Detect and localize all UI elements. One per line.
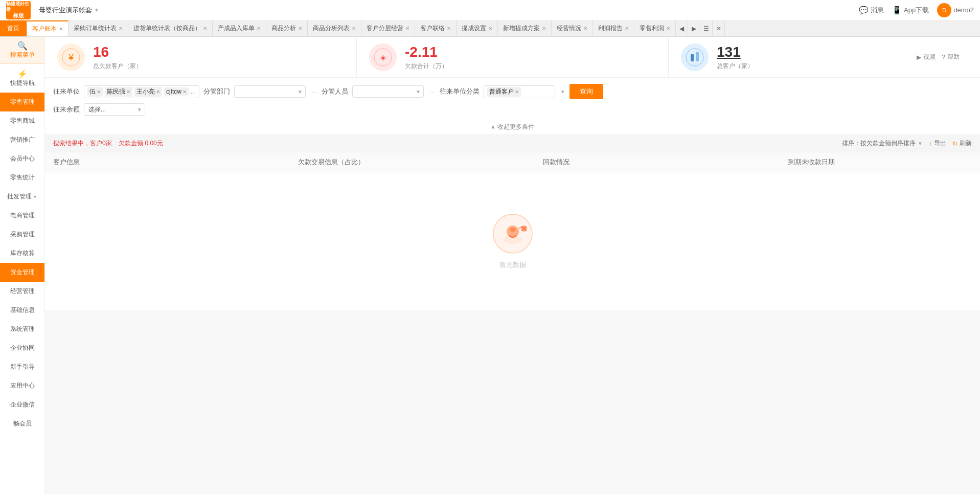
remove-tag-cjttcw[interactable]: ✕ bbox=[183, 89, 187, 95]
remove-tag-wu[interactable]: ✕ bbox=[97, 89, 101, 95]
tab-home[interactable]: 首页 bbox=[0, 20, 27, 37]
tab-menu-button[interactable]: ☰ bbox=[700, 20, 713, 37]
sidebar-item-operations-mgmt[interactable]: 经营管理 bbox=[0, 282, 44, 301]
dept-select[interactable] bbox=[234, 85, 306, 98]
person-more-icon[interactable]: ··· bbox=[430, 88, 436, 96]
amount-label: 欠款合计（万） bbox=[405, 62, 448, 71]
tab-commission-settings[interactable]: 提成设置 ✕ bbox=[457, 20, 498, 37]
person-select[interactable] bbox=[352, 85, 424, 98]
tab-purchase-order[interactable]: 采购订单统计表 ✕ bbox=[69, 20, 128, 37]
close-icon[interactable]: ✕ bbox=[447, 26, 451, 31]
tab-inbound-stats[interactable]: 进货单统计表（按商品） ✕ bbox=[128, 20, 213, 37]
more-tags-button[interactable]: ... bbox=[191, 88, 196, 95]
collapse-button[interactable]: ∧ 收起更多条件 bbox=[53, 120, 972, 134]
close-icon[interactable]: ✕ bbox=[298, 26, 302, 31]
avatar: D bbox=[937, 3, 951, 17]
customers-icon: ¥ bbox=[57, 43, 85, 71]
close-icon[interactable]: ✕ bbox=[488, 26, 492, 31]
sidebar-item-system[interactable]: 系统管理 bbox=[0, 320, 44, 339]
unit-class-tags-input[interactable]: 普通客户 ✕ bbox=[484, 85, 555, 98]
video-button[interactable]: ▶ 视频 bbox=[917, 53, 936, 61]
tab-profit-report[interactable]: 利润报告 ✕ bbox=[593, 20, 634, 37]
close-icon[interactable]: ✕ bbox=[59, 26, 63, 32]
tab-customer-ledger[interactable]: 客户账本 ✕ bbox=[27, 20, 69, 37]
app-download-button[interactable]: 📱 App下载 bbox=[892, 6, 929, 15]
sidebar-search[interactable]: 🔍 搜索菜单 bbox=[0, 37, 44, 64]
close-icon[interactable]: ✕ bbox=[352, 26, 356, 31]
close-icon[interactable]: ✕ bbox=[625, 26, 629, 31]
close-icon[interactable]: ✕ bbox=[203, 26, 207, 31]
brand-logo: 畅捷通好生意 标版 bbox=[6, 1, 31, 19]
unit-tag-chen: 陈民强 ✕ bbox=[105, 87, 132, 97]
user-profile[interactable]: D demo2 bbox=[937, 3, 974, 17]
tab-next-button[interactable]: ▶ bbox=[688, 20, 700, 37]
dept-more-icon[interactable]: ··· bbox=[312, 88, 317, 96]
sidebar-item-retail-mall[interactable]: 零售商城 bbox=[0, 111, 44, 130]
remove-tag-chen[interactable]: ✕ bbox=[126, 89, 130, 95]
sidebar-item-marketing[interactable]: 营销推广 bbox=[0, 130, 44, 149]
sidebar-item-quick-nav[interactable]: ⚡ 快捷导航 bbox=[0, 64, 44, 93]
sidebar-item-new-guide[interactable]: 新手引导 bbox=[0, 357, 44, 376]
tab-product-analysis-list[interactable]: 商品分析列表 ✕ bbox=[308, 20, 361, 37]
total-customers-label: 总客户（家） bbox=[717, 62, 754, 71]
close-icon[interactable]: ✕ bbox=[666, 26, 670, 31]
col-debt-info: 欠款交易信息（占比） bbox=[298, 158, 543, 167]
person-select-wrapper: ▼ bbox=[352, 85, 424, 98]
sidebar-item-wholesale[interactable]: 批发管理 ▼ bbox=[0, 187, 44, 206]
sidebar-item-retail-stats[interactable]: 零售统计 bbox=[0, 168, 44, 187]
sidebar-item-basic-info[interactable]: 基础信息 bbox=[0, 301, 44, 320]
col-due-date: 到期未收款日期 bbox=[788, 158, 972, 167]
tab-prev-button[interactable]: ◀ bbox=[676, 20, 688, 37]
stat-card-total-customers: 131 总客户（家） ▶ 视频 ? 帮助 bbox=[669, 37, 980, 77]
tab-add-commission[interactable]: 新增提成方案 ✕ bbox=[498, 20, 552, 37]
unit-tags-input[interactable]: 伍 ✕ 陈民强 ✕ 王小亮 ✕ cjttcw ✕ ... bbox=[84, 85, 199, 98]
store-selector[interactable]: 母婴行业演示帐套 ▼ bbox=[35, 4, 103, 17]
tab-customer-contact[interactable]: 客户联络 ✕ bbox=[415, 20, 457, 37]
close-icon[interactable]: ✕ bbox=[583, 26, 587, 31]
close-icon[interactable]: ✕ bbox=[542, 26, 546, 31]
help-icon: ? bbox=[942, 54, 945, 61]
close-icon[interactable]: ✕ bbox=[405, 26, 409, 31]
export-button[interactable]: ↑ 导出 bbox=[929, 139, 946, 148]
tab-product-inbound[interactable]: 产成品入库单 ✕ bbox=[213, 20, 266, 37]
sidebar-item-enterprise-wechat[interactable]: 企业微信 bbox=[0, 395, 44, 414]
sidebar-item-ecommerce[interactable]: 电商管理 bbox=[0, 206, 44, 225]
amount-icon: ◈ bbox=[369, 43, 397, 71]
total-customers-stat-info: 131 总客户（家） bbox=[717, 43, 754, 71]
tab-product-analysis[interactable]: 商品分析 ✕ bbox=[266, 20, 308, 37]
tab-retail-profit[interactable]: 零售利润 ✕ bbox=[634, 20, 676, 37]
query-button[interactable]: 查询 bbox=[569, 84, 603, 99]
chevron-down-icon: ▼ bbox=[560, 89, 565, 95]
sidebar-item-finance[interactable]: 资金管理 bbox=[0, 263, 44, 282]
close-icon[interactable]: ✕ bbox=[257, 26, 261, 31]
tab-close-all-button[interactable]: ✕ bbox=[713, 20, 725, 37]
remove-unit-class-tag[interactable]: ✕ bbox=[515, 89, 519, 95]
close-icon[interactable]: ✕ bbox=[119, 26, 123, 31]
balance-select[interactable]: 选择... bbox=[84, 103, 145, 116]
person-filter-label: 分管人员 bbox=[322, 87, 348, 96]
tab-customer-layered[interactable]: 客户分层经营 ✕ bbox=[361, 20, 415, 37]
sidebar-item-enterprise-collab[interactable]: 企业协同 bbox=[0, 339, 44, 357]
remove-tag-wang[interactable]: ✕ bbox=[156, 89, 160, 95]
tab-operations[interactable]: 经营情况 ✕ bbox=[552, 20, 593, 37]
message-button[interactable]: 💬 消息 bbox=[859, 6, 884, 15]
result-summary: 搜索结果中，客户0家 欠款金额 0.00元 bbox=[53, 139, 163, 148]
sidebar-item-vip[interactable]: 畅会员 bbox=[0, 414, 44, 433]
refresh-icon: ↻ bbox=[952, 140, 958, 147]
data-table: 客户信息 欠款交易信息（占比） 回款情况 到期未收款日期 bbox=[45, 152, 980, 310]
sidebar-item-app-center[interactable]: 应用中心 bbox=[0, 376, 44, 395]
page-actions: ▶ 视频 ? 帮助 bbox=[762, 53, 968, 61]
help-button[interactable]: ? 帮助 bbox=[942, 53, 960, 61]
sidebar-item-retail[interactable]: 零售管理 bbox=[0, 93, 44, 111]
unit-tag-wu: 伍 ✕ bbox=[87, 87, 103, 97]
video-icon: ▶ bbox=[917, 54, 921, 61]
sidebar-item-member-center[interactable]: 会员中心 bbox=[0, 149, 44, 168]
sidebar-item-inventory[interactable]: 库存核算 bbox=[0, 244, 44, 263]
sort-selector[interactable]: 排序：按欠款金额倒序排序 ▼ bbox=[842, 139, 923, 148]
chevron-down-icon: ▼ bbox=[94, 7, 99, 13]
empty-icon bbox=[492, 213, 533, 254]
sidebar-item-purchase[interactable]: 采购管理 bbox=[0, 225, 44, 244]
balance-filter-label: 往来余额 bbox=[53, 105, 80, 114]
store-name: 母婴行业演示帐套 bbox=[39, 6, 92, 15]
refresh-button[interactable]: ↻ 刷新 bbox=[952, 139, 972, 148]
